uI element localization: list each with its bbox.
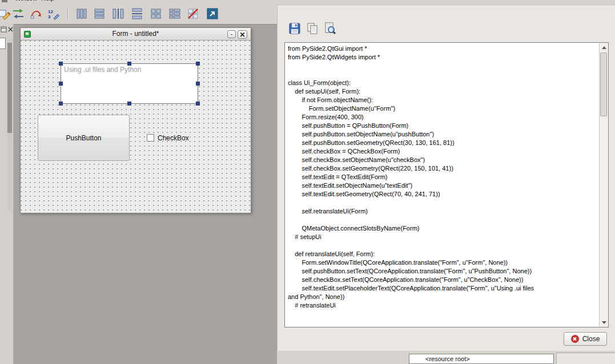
edit-tab-order-icon[interactable]: 123: [47, 7, 61, 21]
code-scrollbar-thumb[interactable]: [600, 52, 607, 116]
menu-icon: [2, 0, 7, 2]
toolbar-separator: [67, 7, 68, 20]
lay-out-horizontally-icon[interactable]: [75, 7, 89, 21]
lay-out-in-form-layout-icon[interactable]: [168, 7, 182, 21]
checkbox-box[interactable]: [147, 134, 154, 141]
selection-handle[interactable]: [59, 102, 63, 106]
resource-root-item[interactable]: <resource root>: [409, 354, 554, 364]
qt-designer-window: Window Help 123: [0, 0, 615, 364]
lay-out-vertically-in-splitter-icon[interactable]: [130, 7, 144, 21]
svg-text:3: 3: [48, 14, 51, 19]
close-x-icon: [571, 335, 579, 343]
dialog-close-button[interactable]: Close: [564, 332, 607, 346]
selection-handle[interactable]: [127, 62, 131, 66]
code-area[interactable]: from PySide2.QtGui import * from PySide2…: [284, 42, 609, 327]
form-window-icon: [24, 31, 31, 38]
checkbox-widget[interactable]: CheckBox: [146, 126, 204, 149]
textedit-widget[interactable]: Using .ui files and Python: [61, 63, 198, 104]
svg-text:12: 12: [48, 9, 53, 14]
edit-signals-slots-icon[interactable]: [11, 7, 25, 21]
menu-help[interactable]: Help: [41, 0, 54, 2]
menu-window[interactable]: Window: [15, 0, 37, 2]
widgetbox-scrollbar[interactable]: [7, 40, 12, 211]
dock-close-icon[interactable]: [7, 26, 14, 33]
lay-out-horizontally-in-splitter-icon[interactable]: [111, 7, 125, 21]
main-toolbar: 123: [0, 3, 277, 24]
copy-icon[interactable]: [305, 21, 320, 36]
form-window-title: Form - untitled*: [21, 28, 251, 40]
selection-handle[interactable]: [196, 82, 200, 86]
edit-buddies-icon[interactable]: [29, 7, 43, 21]
lay-out-in-grid-icon[interactable]: [149, 7, 163, 21]
code-viewer-dialog: from PySide2.QtGui import * from PySide2…: [277, 5, 615, 351]
selection-handle[interactable]: [127, 102, 131, 106]
selection-handle[interactable]: [196, 62, 200, 66]
code-scrollbar[interactable]: [599, 43, 608, 327]
form-minimize-button[interactable]: -: [227, 30, 236, 38]
scroll-down-icon[interactable]: [600, 318, 608, 327]
pushbutton-widget[interactable]: PushButton: [38, 115, 130, 161]
find-icon[interactable]: [323, 21, 337, 36]
edit-widgets-icon[interactable]: [0, 7, 12, 21]
selection-handle[interactable]: [59, 82, 63, 86]
form-canvas[interactable]: Using .ui files and Python PushButton Ch…: [21, 41, 251, 213]
close-button-label: Close: [582, 335, 600, 343]
left-dock-fragment: [0, 24, 14, 364]
form-designer-window: Form - untitled* - ✕ Using .ui files and…: [20, 27, 251, 213]
break-layout-icon[interactable]: [186, 7, 200, 21]
form-close-button[interactable]: ✕: [238, 30, 247, 39]
checkbox-label: CheckBox: [158, 134, 189, 142]
textedit-placeholder: Using .ui files and Python: [64, 66, 141, 74]
widgetbox-filter-input[interactable]: [0, 38, 6, 49]
lay-out-vertically-icon[interactable]: [93, 7, 106, 21]
selection-handle[interactable]: [59, 62, 63, 66]
generated-code-text[interactable]: from PySide2.QtGui import * from PySide2…: [285, 43, 599, 327]
save-icon[interactable]: [287, 21, 302, 36]
selection-handle[interactable]: [196, 102, 200, 106]
resource-panel-fragment: [556, 353, 615, 364]
form-window-titlebar[interactable]: Form - untitled* - ✕: [21, 28, 251, 41]
adjust-size-icon[interactable]: [206, 7, 219, 21]
widgetbox-scrollbar-thumb[interactable]: [7, 43, 12, 133]
scroll-up-icon[interactable]: [600, 43, 608, 52]
dock-float-icon[interactable]: [1, 26, 7, 33]
